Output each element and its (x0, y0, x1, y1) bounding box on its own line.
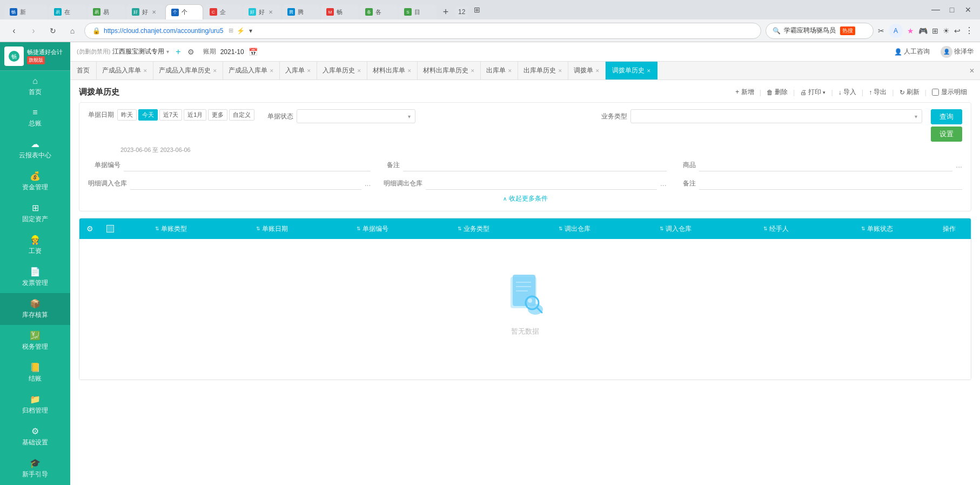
page-tab-inbound2[interactable]: 产成品入库单 ✕ (223, 62, 280, 79)
sidebar-item-settings[interactable]: ⚙ 基础设置 (0, 421, 70, 453)
goods-dots[interactable]: ... (956, 161, 962, 169)
tab-bar-close-btn[interactable]: ✕ (964, 67, 980, 75)
sidebar-item-salary[interactable]: 👷 工资 (0, 229, 70, 261)
remark-input[interactable] (403, 158, 666, 171)
delete-button[interactable]: 🗑 删除 (762, 85, 792, 99)
date-btn-custom[interactable]: 自定义 (229, 109, 254, 121)
header-checkbox[interactable] (106, 225, 114, 232)
display-toggle[interactable]: 显示明细 (928, 85, 971, 99)
sidebar-item-ledger[interactable]: ≡ 总账 (0, 102, 70, 134)
page-tab-wh-in[interactable]: 入库单 ✕ (280, 62, 317, 79)
query-button[interactable]: 查询 (931, 109, 962, 124)
star-icon[interactable]: ★ (907, 26, 914, 35)
th-docno[interactable]: ⇅ 单据编号 (323, 224, 424, 234)
sidebar-item-assets[interactable]: ⊞ 固定资产 (0, 197, 70, 229)
display-checkbox[interactable] (932, 89, 939, 96)
translate-icon[interactable]: A (889, 24, 903, 38)
status-select[interactable]: ▾ (297, 109, 415, 123)
tab-item-1[interactable]: 畅 新 (4, 4, 48, 19)
tab-close-outh[interactable]: ✕ (558, 68, 562, 74)
sidebar-item-guide[interactable]: 🎓 新手引导 (0, 453, 70, 484)
date-btn-today[interactable]: 今天 (138, 109, 158, 121)
sidebar-item-cloudreport[interactable]: ☁ 云报表中心 (0, 134, 70, 165)
th-biztype[interactable]: ⇅ 业务类型 (423, 224, 524, 234)
th-docstatus[interactable]: ⇅ 单账状态 (827, 224, 928, 234)
reload-button[interactable]: ↻ (45, 23, 61, 38)
org-selector[interactable]: (勿删勿禁用) 江西服宝测试专用 ▾ (77, 47, 169, 56)
back-button[interactable]: ‹ (6, 23, 22, 38)
tab-item-8[interactable]: 腾 腾 (282, 4, 320, 19)
tab-close-transferh[interactable]: ✕ (647, 68, 651, 74)
warehouse-in-input[interactable] (130, 177, 361, 190)
tab-close-inbound2[interactable]: ✕ (270, 68, 274, 74)
org-settings-icon[interactable]: ⚙ (187, 48, 194, 56)
minimize-button[interactable]: — (928, 2, 943, 17)
tab-item-10[interactable]: 各 各 (360, 4, 398, 19)
tab-close-transfer[interactable]: ✕ (595, 68, 600, 74)
tab-item-3[interactable]: 易 易 (88, 4, 125, 19)
date-btn-more[interactable]: 更多 (208, 109, 227, 121)
th-settings[interactable]: ⚙ (79, 224, 100, 233)
menu-icon[interactable]: ⋮ (965, 25, 974, 36)
tab-item-2[interactable]: 易 在 (49, 4, 86, 19)
tab-close-whin[interactable]: ✕ (307, 68, 311, 74)
page-tab-out-hist[interactable]: 出库单历史 ✕ (518, 62, 568, 79)
tab-item-11[interactable]: S 目 (399, 4, 437, 19)
settings-button[interactable]: 设置 (931, 127, 962, 142)
add-org-button[interactable]: + (173, 47, 183, 57)
th-docdate[interactable]: ⇅ 单账日期 (221, 224, 323, 234)
page-tab-inbound1-history[interactable]: 产成品入库单历史 ✕ (153, 62, 223, 79)
close-button[interactable]: ✕ (961, 2, 976, 17)
consultant-button[interactable]: 👤 人工咨询 (894, 47, 930, 56)
warehouse-out-input[interactable] (426, 177, 657, 190)
warehouse-out-dots[interactable]: ... (660, 179, 667, 188)
tab-manager-icon[interactable]: ⊞ (469, 2, 485, 17)
th-checkbox-cell[interactable] (100, 225, 120, 232)
undo-icon[interactable]: ↩ (954, 26, 961, 35)
tab-item-6[interactable]: C 企 (204, 4, 242, 19)
page-tab-wh-in-hist[interactable]: 入库单历史 ✕ (317, 62, 367, 79)
remark2-input[interactable] (699, 177, 962, 190)
scissors-icon[interactable]: ✂ (878, 26, 884, 35)
home-button[interactable]: ⌂ (65, 23, 80, 38)
sidebar-item-home[interactable]: ⌂ 首页 (0, 71, 70, 102)
tab-close-matout[interactable]: ✕ (407, 68, 412, 74)
page-tab-mat-out[interactable]: 材料出库单 ✕ (367, 62, 418, 79)
tab-close-inbound1h[interactable]: ✕ (213, 68, 217, 74)
page-tab-mat-out-hist[interactable]: 材料出库单历史 ✕ (418, 62, 481, 79)
tab-item-7[interactable]: 好 好 ✕ (243, 4, 281, 19)
page-tab-transfer[interactable]: 调拨单 ✕ (568, 62, 606, 79)
tab-close-whinh[interactable]: ✕ (357, 68, 361, 74)
biztype-select[interactable]: ▾ (630, 109, 922, 123)
collapse-button[interactable]: ∧ 收起更多条件 (88, 190, 962, 204)
page-tab-home[interactable]: 首页 (70, 62, 97, 79)
user-avatar[interactable]: 👤 徐泽华 (941, 46, 974, 58)
sidebar-item-close-account[interactable]: 📒 结账 (0, 357, 70, 389)
tab-close-4[interactable]: ✕ (152, 9, 156, 15)
date-btn-yesterday[interactable]: 昨天 (117, 109, 137, 121)
search-bar[interactable]: 🔍 学霸应聘场驱鸟员 热搜 (766, 23, 874, 39)
calendar-icon[interactable]: 📅 (249, 48, 258, 56)
address-bar[interactable]: 🔒 https://cloud.chanjet.com/accounting/u… (84, 23, 761, 39)
date-btn-7days[interactable]: 近7天 (159, 109, 182, 121)
theme-icon[interactable]: ☀ (943, 26, 950, 35)
tab-item-5[interactable]: 个 个 (165, 4, 203, 19)
forward-button[interactable]: › (26, 23, 41, 38)
tab-item-4[interactable]: 好 好 ✕ (126, 4, 164, 19)
th-handler[interactable]: ⇅ 经手人 (726, 224, 827, 234)
page-tab-inbound1[interactable]: 产成品入库单 ✕ (97, 62, 153, 79)
docno-input[interactable] (124, 158, 371, 171)
sidebar-item-invoice[interactable]: 📄 发票管理 (0, 261, 70, 293)
dropdown-icon[interactable]: ▾ (249, 27, 252, 35)
grid-icon[interactable]: ⊞ (932, 26, 938, 35)
page-tab-out[interactable]: 出库单 ✕ (481, 62, 518, 79)
date-btn-1month[interactable]: 近1月 (184, 109, 206, 121)
import-button[interactable]: ↓ 导入 (834, 85, 861, 99)
refresh-button[interactable]: ↻ 刷新 (895, 85, 924, 99)
sidebar-item-archive[interactable]: 📁 归档管理 (0, 389, 70, 421)
goods-input[interactable] (699, 158, 953, 171)
tab-close-7[interactable]: ✕ (269, 9, 273, 15)
th-wh-in[interactable]: ⇅ 调入仓库 (625, 224, 726, 234)
th-doctype[interactable]: ⇅ 单账类型 (120, 224, 221, 234)
sidebar-item-finance[interactable]: 💰 资金管理 (0, 165, 70, 197)
